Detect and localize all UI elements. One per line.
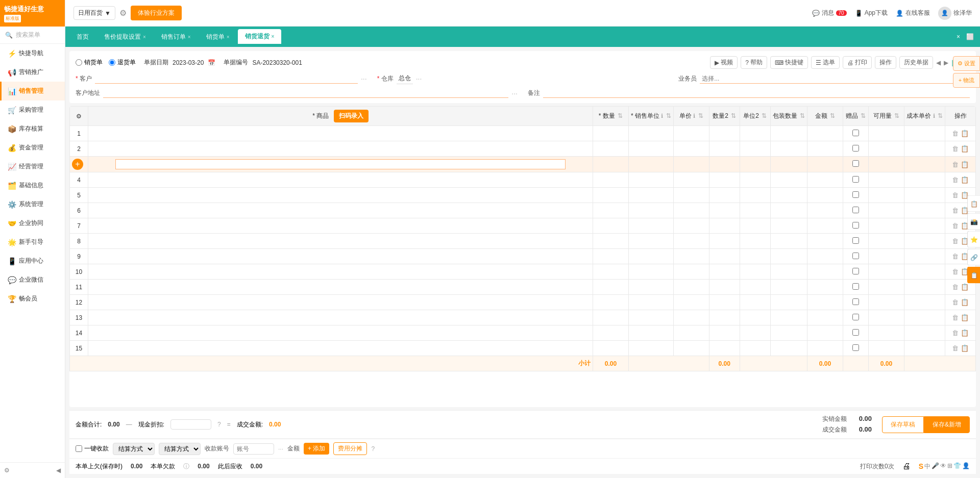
sidebar-item-marketing[interactable]: 📢 营销推广 (0, 63, 65, 82)
row-pkg[interactable] (770, 218, 807, 234)
video-btn[interactable]: ▶ 视频 (710, 56, 738, 69)
gift-checkbox[interactable] (852, 207, 859, 213)
row-amount[interactable] (807, 172, 843, 188)
row-product[interactable] (88, 203, 593, 218)
gift-checkbox[interactable] (852, 237, 859, 244)
row-pkg[interactable] (770, 172, 807, 188)
gift-checkbox[interactable] (852, 145, 859, 152)
row-product[interactable] (88, 310, 593, 325)
row-gift[interactable] (843, 218, 869, 234)
account-input[interactable] (233, 443, 274, 455)
copy-row-btn[interactable]: 📋 (961, 145, 969, 153)
row-gift[interactable] (843, 280, 869, 295)
copy-row-btn[interactable]: 📋 (961, 176, 969, 184)
calc-method-select[interactable]: 结算方式 (113, 443, 155, 455)
row-unit[interactable] (628, 325, 673, 341)
debt-circle-icon[interactable]: ⓘ (183, 462, 189, 471)
operate-btn[interactable]: 操作 (875, 56, 896, 69)
row-pkg[interactable] (770, 234, 807, 249)
row-unit[interactable] (628, 172, 673, 188)
row-product[interactable] (88, 341, 593, 356)
user-avatar[interactable]: 👤 徐泽华 (938, 7, 972, 20)
row-product[interactable] (88, 157, 593, 172)
row-gift[interactable] (843, 157, 869, 172)
row-gift[interactable] (843, 249, 869, 264)
tab-sales-return-close-icon[interactable]: × (272, 34, 275, 39)
row-unit[interactable] (628, 295, 673, 310)
sidebar-item-quick-nav[interactable]: ⚡ 快捷导航 (0, 44, 65, 63)
help-btn[interactable]: ? 帮助 (741, 56, 767, 69)
row-price[interactable] (673, 172, 709, 188)
row-unit[interactable] (628, 310, 673, 325)
sidebar-item-inventory[interactable]: 📦 库存核算 (0, 119, 65, 138)
row-unit[interactable] (628, 264, 673, 280)
copy-row-btn[interactable]: 📋 (961, 298, 969, 306)
row-qty2[interactable] (709, 249, 740, 264)
row-pkg[interactable] (770, 310, 807, 325)
row-product[interactable] (88, 141, 593, 157)
row-product[interactable] (88, 249, 593, 264)
row-unit[interactable] (628, 341, 673, 356)
row-qty2[interactable] (709, 234, 740, 249)
message-btn[interactable]: 💬 消息 70 (812, 9, 847, 17)
col-unit-sort[interactable]: ⇅ (666, 112, 671, 119)
row-qty2[interactable] (709, 157, 740, 172)
customer-dots[interactable]: ··· (361, 74, 367, 83)
right-panel-btn-5[interactable]: 📋 (967, 266, 980, 283)
delete-row-btn[interactable]: 🗑 (952, 130, 959, 137)
gift-checkbox[interactable] (852, 283, 859, 290)
app-download-btn[interactable]: 📱 App下载 (855, 9, 888, 17)
row-unit2[interactable] (740, 264, 770, 280)
row-pkg[interactable] (770, 341, 807, 356)
row-price[interactable] (673, 325, 709, 341)
row-gift[interactable] (843, 341, 869, 356)
row-amount[interactable] (807, 218, 843, 234)
gift-checkbox[interactable] (852, 222, 859, 229)
row-unit2[interactable] (740, 218, 770, 234)
gift-checkbox[interactable] (852, 176, 859, 183)
row-amount[interactable] (807, 188, 843, 203)
col-qty2-sort[interactable]: ⇅ (731, 112, 736, 119)
icon-grid[interactable]: ⊞ (947, 462, 952, 471)
row-product[interactable] (88, 126, 593, 141)
row-unit2[interactable] (740, 249, 770, 264)
help-question-icon[interactable]: ? (217, 421, 221, 428)
sidebar-item-vip[interactable]: 🏆 畅会员 (0, 289, 65, 308)
row-unit[interactable] (628, 218, 673, 234)
delete-row-btn[interactable]: 🗑 (952, 176, 959, 184)
row-gift[interactable] (843, 126, 869, 141)
online-service-btn[interactable]: 👤 在线客服 (896, 9, 930, 17)
row-product[interactable] (88, 264, 593, 280)
row-gift[interactable] (843, 203, 869, 218)
icon-s[interactable]: S (919, 462, 923, 471)
tab-home[interactable]: 首页 (69, 30, 96, 44)
row-gift[interactable] (843, 188, 869, 203)
settings-side-btn[interactable]: ⚙ 设置 (953, 56, 980, 71)
row-pkg[interactable] (770, 295, 807, 310)
icon-man[interactable]: 👤 (962, 462, 970, 471)
address-dots[interactable]: ··· (511, 89, 518, 97)
col-gear-icon[interactable]: ⚙ (76, 113, 82, 120)
row-unit[interactable] (628, 249, 673, 264)
tab-price-close-icon[interactable]: × (143, 34, 146, 40)
icon-zh[interactable]: 中 (924, 462, 930, 471)
row-qty[interactable] (593, 310, 628, 325)
nav-prev-icon[interactable]: ◀ (936, 59, 941, 66)
row-unit2[interactable] (740, 203, 770, 218)
row-price[interactable] (673, 141, 709, 157)
row-qty2[interactable] (709, 341, 740, 356)
right-panel-btn-3[interactable]: ⭐ (967, 231, 980, 247)
row-qty[interactable] (593, 280, 628, 295)
save-new-btn[interactable]: 保存&新增 (924, 416, 970, 433)
scan-btn[interactable]: 扫码录入 (334, 110, 369, 122)
radio-sales-input[interactable] (76, 59, 82, 66)
row-amount[interactable] (807, 325, 843, 341)
row-price[interactable] (673, 203, 709, 218)
icon-mic[interactable]: 🎤 (932, 462, 939, 471)
maximize-btn[interactable]: ⬜ (964, 32, 976, 41)
row-amount[interactable] (807, 341, 843, 356)
row-qty2[interactable] (709, 172, 740, 188)
gift-checkbox[interactable] (852, 314, 859, 320)
close-tab-btn[interactable]: × (954, 32, 962, 41)
col-cost-sort[interactable]: ⇅ (938, 112, 943, 119)
